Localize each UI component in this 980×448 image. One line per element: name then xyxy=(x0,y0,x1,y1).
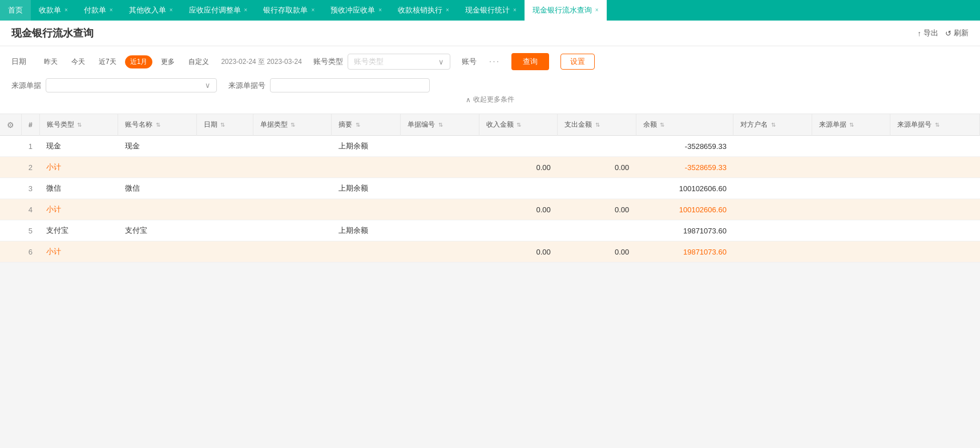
col-expense[interactable]: 支出金额 ⇅ xyxy=(558,114,636,136)
close-icon[interactable]: × xyxy=(513,0,517,21)
collapse-label: 收起更多条件 xyxy=(473,95,514,104)
cell-num: 6 xyxy=(22,241,40,263)
cell-account-name: 微信 xyxy=(118,178,196,199)
cell-account-name xyxy=(118,157,196,178)
cell-expense: 0.00 xyxy=(558,157,636,178)
cell-source-doc xyxy=(812,178,890,199)
cell-num: 3 xyxy=(22,178,40,199)
refresh-icon: ↺ xyxy=(945,29,951,38)
col-date[interactable]: 日期 ⇅ xyxy=(196,114,253,136)
table-row: 4小计0.000.00100102606.60 xyxy=(0,199,980,220)
cell-gear xyxy=(0,241,22,263)
cell-balance: 19871073.60 xyxy=(636,220,733,241)
nav-item-其他收入单[interactable]: 其他收入单× xyxy=(121,0,181,21)
query-button[interactable]: 查询 xyxy=(511,53,549,70)
nav-item-首页[interactable]: 首页 xyxy=(0,0,31,21)
cell-gear xyxy=(0,178,22,199)
cell-date xyxy=(196,136,253,157)
cell-account-type: 现金 xyxy=(39,136,118,157)
col-income[interactable]: 收入金额 ⇅ xyxy=(479,114,557,136)
account-type-chevron: ∨ xyxy=(438,58,444,66)
nav-item-现金银行统计[interactable]: 现金银行统计× xyxy=(457,0,525,21)
cell-balance: -3528659.33 xyxy=(636,157,733,178)
col-account-name[interactable]: 账号名称 ⇅ xyxy=(118,114,196,136)
cell-summary: 上期余额 xyxy=(332,178,401,199)
cell-doc-type xyxy=(253,157,331,178)
cell-account-name: 支付宝 xyxy=(118,220,196,241)
cell-summary xyxy=(332,157,401,178)
col-doc-no[interactable]: 单据编号 ⇅ xyxy=(401,114,479,136)
cell-gear xyxy=(0,157,22,178)
account-type-label: 账号类型 xyxy=(313,56,343,67)
cell-num: 2 xyxy=(22,157,40,178)
col-doc-type[interactable]: 单据类型 ⇅ xyxy=(253,114,331,136)
cell-balance: -3528659.33 xyxy=(636,136,733,157)
col-balance[interactable]: 余额 ⇅ xyxy=(636,114,733,136)
cell-doc-type xyxy=(253,220,331,241)
cell-source-doc xyxy=(812,136,890,157)
cell-source-doc xyxy=(812,220,890,241)
date-yesterday[interactable]: 昨天 xyxy=(39,55,63,68)
col-source-doc-no[interactable]: 来源单据号 ⇅ xyxy=(890,114,980,136)
cell-account-type: 微信 xyxy=(39,178,118,199)
account-type-select[interactable]: 账号类型 ∨ xyxy=(348,54,450,70)
collapse-button[interactable]: ∧ 收起更多条件 xyxy=(11,92,969,107)
cell-source-doc xyxy=(812,241,890,263)
close-icon[interactable]: × xyxy=(64,0,68,21)
cell-income: 0.00 xyxy=(479,241,557,263)
col-account-type[interactable]: 账号类型 ⇅ xyxy=(39,114,118,136)
nav-item-应收应付调整单[interactable]: 应收应付调整单× xyxy=(181,0,256,21)
cell-counterparty xyxy=(733,178,812,199)
col-counterparty[interactable]: 对方户名 ⇅ xyxy=(733,114,812,136)
cell-doc-type xyxy=(253,136,331,157)
close-icon[interactable]: × xyxy=(244,0,248,21)
nav-item-收款单[interactable]: 收款单× xyxy=(31,0,76,21)
account-type-filter: 账号类型 账号类型 ∨ xyxy=(313,54,450,70)
close-icon[interactable]: × xyxy=(110,0,113,21)
account-dots[interactable]: ··· xyxy=(489,56,500,67)
refresh-button[interactable]: ↺ 刷新 xyxy=(945,28,969,38)
table-gear-icon[interactable]: ⚙ xyxy=(7,120,14,130)
cell-account-type: 支付宝 xyxy=(39,220,118,241)
settings-button[interactable]: 设置 xyxy=(560,54,595,70)
date-7days[interactable]: 近7天 xyxy=(94,55,122,68)
cell-summary: 上期余额 xyxy=(332,220,401,241)
cell-expense xyxy=(558,220,636,241)
close-icon[interactable]: × xyxy=(311,0,314,21)
cell-source-doc-no xyxy=(890,157,980,178)
nav-item-收款核销执行[interactable]: 收款核销执行× xyxy=(390,0,457,21)
cell-num: 1 xyxy=(22,136,40,157)
close-icon[interactable]: × xyxy=(378,0,382,21)
cell-expense xyxy=(558,178,636,199)
date-more[interactable]: 更多 xyxy=(156,55,180,68)
cell-doc-type xyxy=(253,199,331,220)
date-custom[interactable]: 自定义 xyxy=(183,55,214,68)
cell-expense: 0.00 xyxy=(558,199,636,220)
date-1month[interactable]: 近1月 xyxy=(125,55,153,68)
cell-gear xyxy=(0,220,22,241)
export-button[interactable]: ↑ 导出 xyxy=(918,28,939,38)
close-icon[interactable]: × xyxy=(595,0,599,21)
cell-counterparty xyxy=(733,136,812,157)
close-icon[interactable]: × xyxy=(170,0,173,21)
cell-balance: 100102606.60 xyxy=(636,178,733,199)
nav-item-付款单[interactable]: 付款单× xyxy=(76,0,121,21)
cell-account-name: 现金 xyxy=(118,136,196,157)
cell-date xyxy=(196,241,253,263)
col-summary[interactable]: 摘要 ⇅ xyxy=(332,114,401,136)
source-doc-chevron: ∨ xyxy=(205,81,211,90)
date-range-display: 2023-02-24 至 2023-03-24 xyxy=(221,57,301,67)
nav-item-现金银行流水查询[interactable]: 现金银行流水查询× xyxy=(525,0,607,21)
date-today[interactable]: 今天 xyxy=(66,55,90,68)
col-source-doc[interactable]: 来源单据 ⇅ xyxy=(812,114,890,136)
date-label: 日期 xyxy=(11,56,34,67)
close-icon[interactable]: × xyxy=(446,0,449,21)
cell-counterparty xyxy=(733,241,812,263)
account-label: 账号 xyxy=(462,56,485,67)
source-doc-select[interactable]: ∨ xyxy=(46,78,217,92)
nav-item-银行存取款单[interactable]: 银行存取款单× xyxy=(255,0,322,21)
nav-item-预收冲应收单[interactable]: 预收冲应收单× xyxy=(322,0,390,21)
source-doc-filter: 来源单据 ∨ xyxy=(11,78,217,92)
cell-source-doc-no xyxy=(890,220,980,241)
source-doc-num-input[interactable] xyxy=(270,78,430,92)
